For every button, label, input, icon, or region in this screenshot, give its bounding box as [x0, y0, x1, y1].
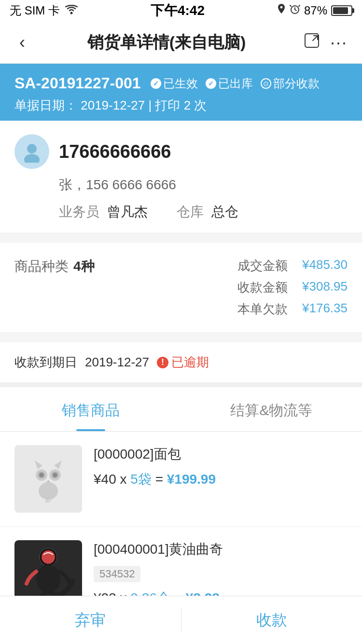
- print-label: 打印: [155, 98, 180, 112]
- customer-name-phone: 张，156 6666 6666: [59, 176, 348, 194]
- sales-field: 业务员 曾凡杰: [59, 203, 148, 221]
- wifi-icon: [65, 4, 78, 17]
- order-id: SA-20191227-001: [14, 74, 141, 92]
- product-code-2: [000400001]: [94, 542, 169, 557]
- status-left: 无 SIM 卡: [10, 3, 78, 18]
- price-qty-1: 5袋: [130, 472, 152, 487]
- status-effective-label: 已生效: [163, 76, 198, 91]
- status-partial-label: 部分收款: [273, 76, 320, 91]
- product-item: 品+ [0000002]面包 ¥40 x 5袋 = ¥199.99: [0, 432, 362, 527]
- product-info-1: [0000002]面包 ¥40 x 5袋 = ¥199.99: [94, 445, 348, 489]
- customer-section: 17666666666 张，156 6666 6666 业务员 曾凡杰 仓库 总…: [0, 121, 362, 233]
- tab-sales[interactable]: 销售商品: [0, 387, 181, 431]
- warehouse-name: 总仓: [211, 204, 238, 219]
- collect-payment-button[interactable]: 收款: [181, 600, 362, 641]
- debt-amount-row: 本单欠款 ¥176.35: [237, 301, 348, 318]
- status-effective: ✓ 已生效: [151, 76, 198, 91]
- svg-point-13: [39, 482, 58, 500]
- order-date: 2019-12-27: [81, 98, 145, 112]
- customer-meta: 业务员 曾凡杰 仓库 总仓: [59, 203, 348, 221]
- price-x-1: x: [120, 472, 131, 487]
- carrier-text: 无 SIM 卡: [10, 3, 60, 18]
- svg-point-11: [53, 473, 57, 477]
- deal-amount-row: 成交金额 ¥485.30: [237, 257, 348, 274]
- overdue-icon: !: [157, 357, 168, 368]
- overdue-badge: ! 已逾期: [157, 354, 209, 371]
- tabs-row: 销售商品 结算&物流等: [0, 387, 362, 432]
- debt-label: 本单欠款: [237, 301, 288, 318]
- received-amount-row: 收款金额 ¥308.95: [237, 279, 348, 296]
- print-count: 2 次: [184, 98, 207, 112]
- avatar: [14, 134, 49, 169]
- svg-text:品+: 品+: [45, 499, 52, 503]
- banner-row1: SA-20191227-001 ✓ 已生效 ✓ 已出库 ⊙ 部分收款: [14, 74, 348, 92]
- location-icon: [277, 4, 286, 17]
- svg-point-4: [24, 154, 40, 163]
- svg-point-3: [27, 144, 37, 154]
- product-code-1: [0000002]: [94, 447, 154, 462]
- status-time: 下午4:42: [151, 1, 205, 20]
- received-label: 收款金额: [237, 279, 288, 296]
- products-section: 品+ [0000002]面包 ¥40 x 5袋 = ¥199.99: [0, 432, 362, 622]
- status-shipped-label: 已出库: [218, 76, 253, 91]
- overdue-label: 已逾期: [171, 354, 209, 371]
- customer-phone: 17666666666: [59, 141, 171, 162]
- deal-amount: ¥485.30: [302, 257, 348, 274]
- status-badges: ✓ 已生效 ✓ 已出库 ⊙ 部分收款: [151, 76, 320, 91]
- price-eq-1: =: [155, 472, 167, 487]
- alarm-icon: [290, 4, 300, 17]
- type-label: 商品种类: [14, 257, 69, 276]
- sales-name: 曾凡杰: [107, 204, 148, 219]
- battery-percentage: 87%: [304, 4, 327, 17]
- date-label: 单据日期：: [14, 98, 77, 112]
- due-section: 收款到期日 2019-12-27 ! 已逾期: [0, 342, 362, 387]
- type-count: 4种: [73, 257, 95, 276]
- tab-settle-label: 结算&物流等: [230, 402, 312, 418]
- due-label: 收款到期日: [14, 354, 77, 371]
- bottom-bar: 弃审 收款: [0, 596, 362, 644]
- tab-sales-label: 销售商品: [62, 402, 120, 418]
- check-icon-1: ✓: [151, 78, 161, 89]
- svg-point-10: [40, 473, 43, 477]
- warehouse-field: 仓库 总仓: [177, 203, 238, 221]
- summary-section: 商品种类 4种 成交金额 ¥485.30 收款金额 ¥308.95 本单欠款 ¥…: [0, 243, 362, 333]
- customer-row1: 17666666666: [14, 134, 348, 169]
- price-total-1: ¥199.99: [167, 472, 216, 487]
- check-icon-2: ✓: [206, 78, 216, 89]
- status-shipped: ✓ 已出库: [206, 76, 253, 91]
- tab-settle[interactable]: 结算&物流等: [181, 387, 362, 431]
- more-button[interactable]: ···: [330, 32, 348, 53]
- product-thumbnail-1: 品+: [14, 445, 82, 513]
- status-bar: 无 SIM 卡 下午4:42 87%: [0, 0, 362, 21]
- status-partial: ⊙ 部分收款: [261, 76, 320, 91]
- price-base-1: ¥40: [94, 472, 116, 487]
- product-title-1: 面包: [154, 447, 181, 462]
- nav-actions: ···: [303, 32, 348, 53]
- product-name-1: [0000002]面包: [94, 445, 348, 463]
- battery-icon: [331, 5, 352, 16]
- deal-label: 成交金额: [237, 257, 288, 274]
- separator: |: [148, 98, 155, 112]
- amounts: 成交金额 ¥485.30 收款金额 ¥308.95 本单欠款 ¥176.35: [237, 257, 348, 318]
- svg-point-0: [70, 12, 73, 14]
- banner-date-row: 单据日期： 2019-12-27 | 打印 2 次: [14, 97, 348, 114]
- nav-bar: ‹ 销货单详情(来自电脑) ···: [0, 21, 362, 64]
- product-title-2: 黄油曲奇: [169, 542, 223, 557]
- summary-row: 商品种类 4种 成交金额 ¥485.30 收款金额 ¥308.95 本单欠款 ¥…: [14, 257, 348, 318]
- share-button[interactable]: [303, 32, 320, 53]
- product-tag-2: 534532: [94, 566, 140, 582]
- back-button[interactable]: ‹: [14, 28, 30, 57]
- header-banner: SA-20191227-001 ✓ 已生效 ✓ 已出库 ⊙ 部分收款 单据日期：…: [0, 64, 362, 121]
- warehouse-label: 仓库: [177, 204, 204, 219]
- sales-label: 业务员: [59, 204, 99, 219]
- page-title: 销货单详情(来自电脑): [87, 31, 246, 54]
- received-amount: ¥308.95: [302, 279, 348, 296]
- cancel-review-button[interactable]: 弃审: [0, 600, 181, 641]
- product-name-2: [000400001]黄油曲奇: [94, 540, 348, 559]
- clock-icon: ⊙: [261, 78, 271, 89]
- product-price-1: ¥40 x 5袋 = ¥199.99: [94, 470, 348, 489]
- product-types: 商品种类 4种: [14, 257, 95, 276]
- status-right: 87%: [277, 4, 352, 17]
- due-date: 2019-12-27: [85, 355, 149, 370]
- debt-amount: ¥176.35: [302, 301, 348, 318]
